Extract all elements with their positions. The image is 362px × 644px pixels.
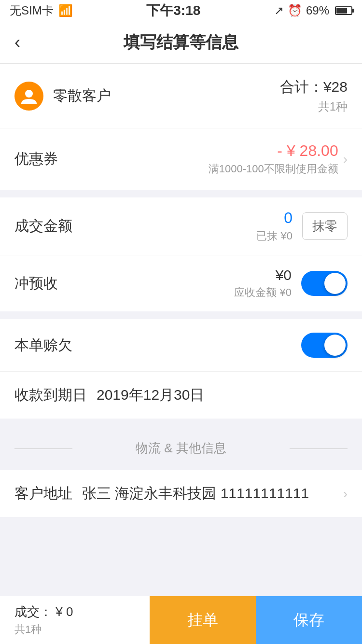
- customer-left: 零散客户: [14, 82, 111, 111]
- status-time: 下午3:18: [146, 1, 200, 20]
- status-right: ↗ ⏰ 69%: [274, 4, 352, 17]
- address-section: 客户地址 张三 海淀永丰科技园 11111111111 ›: [0, 470, 362, 517]
- total-count: 共1种: [280, 99, 348, 114]
- prepayment-toggle[interactable]: [301, 271, 348, 296]
- prepayment-row: 冲预收 ¥0 应收金额 ¥0: [0, 255, 362, 311]
- credit-toggle[interactable]: [301, 333, 348, 358]
- hold-button[interactable]: 挂单: [150, 596, 256, 644]
- bottom-count: 共1种: [14, 622, 135, 637]
- toggle-knob: [324, 273, 346, 294]
- location-icon: ↗: [274, 4, 284, 17]
- back-button[interactable]: ‹: [14, 32, 43, 53]
- coupon-discount: - ¥ 28.00: [209, 142, 338, 160]
- address-row[interactable]: 客户地址 张三 海淀永丰科技园 11111111111 ›: [0, 470, 362, 517]
- customer-name: 零散客户: [53, 86, 111, 106]
- prepayment-value: ¥0: [234, 267, 292, 283]
- due-date-label: 收款到期日: [14, 385, 87, 405]
- page-title: 填写结算等信息: [124, 31, 238, 54]
- status-bar: 无SIM卡 📶 下午3:18 ↗ ⏰ 69%: [0, 0, 362, 21]
- total-amount: 合计：¥28: [280, 77, 348, 97]
- status-left: 无SIM卡 📶: [10, 3, 73, 18]
- save-button[interactable]: 保存: [256, 596, 362, 644]
- coupon-right: - ¥ 28.00 满1000-100不限制使用金额 ›: [209, 142, 348, 176]
- prepayment-sub: 应收金额 ¥0: [234, 285, 292, 300]
- address-chevron-icon: ›: [343, 486, 348, 502]
- transaction-value[interactable]: 0: [256, 209, 292, 227]
- chevron-right-icon: ›: [343, 152, 348, 167]
- prepayment-right: ¥0 应收金额 ¥0: [234, 267, 348, 300]
- bottom-summary: 成交： ¥ 0 共1种: [0, 596, 150, 644]
- transaction-label: 成交金额: [14, 216, 72, 236]
- nav-bar: ‹ 填写结算等信息: [0, 21, 362, 64]
- battery-icon: [335, 6, 352, 15]
- transaction-row: 成交金额 0 已抹 ¥0 抹零: [0, 197, 362, 255]
- coupon-label: 优惠券: [14, 149, 58, 169]
- round-zero-button[interactable]: 抹零: [302, 212, 348, 240]
- transaction-section: 成交金额 0 已抹 ¥0 抹零 冲预收 ¥0 应收金额 ¥0: [0, 197, 362, 311]
- avatar: [14, 82, 43, 111]
- credit-row: 本单赊欠: [0, 319, 362, 371]
- customer-row: 零散客户 合计：¥28 共1种: [0, 64, 362, 128]
- alarm-icon: ⏰: [288, 4, 302, 17]
- bottom-bar: 成交： ¥ 0 共1种 挂单 保存: [0, 596, 362, 644]
- prepayment-amount: ¥0 应收金额 ¥0: [234, 267, 292, 300]
- svg-point-0: [25, 90, 33, 98]
- coupon-row[interactable]: 优惠券 - ¥ 28.00 满1000-100不限制使用金额 ›: [0, 128, 362, 190]
- bottom-trans-label: 成交： ¥ 0: [14, 603, 135, 620]
- credit-label: 本单赊欠: [14, 336, 72, 355]
- transaction-sub: 已抹 ¥0: [256, 229, 292, 243]
- wifi-icon: 📶: [58, 4, 73, 17]
- customer-section: 零散客户 合计：¥28 共1种 优惠券 - ¥ 28.00 满1000-100不…: [0, 64, 362, 190]
- credit-section: 本单赊欠 收款到期日 2019年12月30日: [0, 319, 362, 419]
- battery-percent: 69%: [306, 4, 329, 17]
- prepayment-label: 冲预收: [14, 274, 72, 294]
- sim-text: 无SIM卡: [10, 3, 54, 18]
- logistics-header: 物流 & 其他信息: [0, 426, 362, 470]
- credit-toggle-knob: [324, 335, 346, 356]
- address-label: 客户地址: [14, 484, 72, 504]
- logistics-title: 物流 & 其他信息: [136, 440, 226, 457]
- address-value: 张三 海淀永丰科技园 11111111111: [82, 484, 343, 504]
- amount-input-area: 0 已抹 ¥0: [256, 209, 292, 243]
- due-date-row: 收款到期日 2019年12月30日: [0, 371, 362, 419]
- customer-right: 合计：¥28 共1种: [280, 77, 348, 114]
- due-date-value: 2019年12月30日: [97, 385, 204, 405]
- transaction-right: 0 已抹 ¥0 抹零: [256, 209, 348, 243]
- coupon-desc: 满1000-100不限制使用金额: [209, 162, 338, 176]
- coupon-info: - ¥ 28.00 满1000-100不限制使用金额: [209, 142, 338, 176]
